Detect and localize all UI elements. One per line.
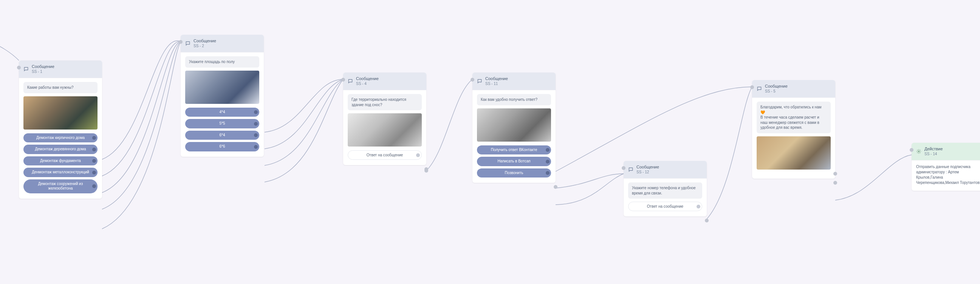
flow-node-ss1[interactable]: Сообщение SS - 1 Какие работы вам нужны?… xyxy=(19,60,102,199)
option-button[interactable]: Демонтаж сооружений из железобетона xyxy=(24,179,97,194)
node-title: Сообщение xyxy=(194,38,216,44)
node-sub: SS - 14 xyxy=(924,152,943,157)
port-in[interactable] xyxy=(750,85,754,89)
speech-bubble-icon xyxy=(24,67,29,72)
port-out[interactable] xyxy=(254,133,258,137)
option-button[interactable]: Денмонтаж металлоконструкций xyxy=(24,168,97,177)
attachment-image xyxy=(185,71,259,104)
node-header: Сообщение SS - 11 xyxy=(473,73,555,90)
attachment-image xyxy=(24,96,97,130)
node-sub: SS - 1 xyxy=(32,70,54,75)
prompt-text: Где территориально находится здание под … xyxy=(348,94,422,110)
node-title: Сообщение xyxy=(356,76,379,82)
port-out[interactable] xyxy=(546,171,549,175)
node-sub: SS - 12 xyxy=(636,170,659,175)
option-button[interactable]: 6*6 xyxy=(185,142,259,151)
gear-icon xyxy=(916,149,921,154)
attachment-image xyxy=(348,113,422,146)
speech-bubble-icon xyxy=(477,79,482,84)
option-label: Демонтаж фундамента xyxy=(40,159,81,163)
node-title: Сообщение xyxy=(636,165,659,170)
option-label: Демонтаж деревянного дома xyxy=(35,147,86,151)
option-label: Написать в Вотсап xyxy=(497,159,530,163)
option-label: 6*6 xyxy=(219,144,225,148)
option-button[interactable]: 4*4 xyxy=(185,108,259,117)
option-button[interactable]: Получить ответ ВКонтакте xyxy=(477,145,551,155)
speech-bubble-icon xyxy=(628,167,633,172)
port-out[interactable] xyxy=(254,122,258,126)
option-button[interactable]: Позвонить xyxy=(477,168,551,178)
port-out[interactable] xyxy=(546,160,549,163)
port-out[interactable] xyxy=(92,159,96,163)
node-sub: SS - 5 xyxy=(765,89,788,94)
node-title: Сообщение xyxy=(485,76,508,82)
flow-node-ss2[interactable]: Сообщение SS - 2 Укажите площадь по полу… xyxy=(181,35,264,157)
speech-bubble-icon xyxy=(348,79,353,84)
port-in[interactable] xyxy=(17,66,21,70)
port-out[interactable] xyxy=(416,153,420,157)
flow-node-ss12[interactable]: Сообщение SS - 12 Укажите номер телефона… xyxy=(624,161,707,216)
svg-point-0 xyxy=(918,151,920,152)
attachment-image xyxy=(757,136,831,170)
port-out[interactable] xyxy=(92,171,96,175)
port-in[interactable] xyxy=(471,78,474,82)
message-line2: В течение часа сделаем расчет и наш мене… xyxy=(760,115,819,130)
reply-label: Ответ на сообщение xyxy=(647,204,683,208)
port-out[interactable] xyxy=(254,110,258,114)
heart-icon: 🧡 xyxy=(760,110,765,114)
port-out[interactable] xyxy=(92,184,96,188)
message-line1: Благодарим, что обратились к нам xyxy=(760,105,822,109)
reply-button[interactable]: Ответ на сообщение xyxy=(348,150,422,160)
port-out-side[interactable] xyxy=(554,185,557,189)
node-title: Сообщение xyxy=(765,84,788,89)
node-header: Сообщение SS - 5 xyxy=(752,80,835,98)
speech-bubble-icon xyxy=(185,41,191,46)
node-title: Сообщение xyxy=(32,64,54,70)
prompt-text: Укажите площадь по полу xyxy=(185,56,259,68)
option-label: Демонтаж кирпичного дома xyxy=(36,136,85,140)
node-port-out[interactable] xyxy=(834,172,837,176)
node-sub: SS - 11 xyxy=(485,82,508,86)
option-label: Позвонить xyxy=(505,171,523,175)
reply-button[interactable]: Ответ на сообщение xyxy=(628,201,702,211)
port-out-side[interactable] xyxy=(834,181,837,185)
option-button[interactable]: 5*5 xyxy=(185,119,259,129)
option-label: Получить ответ ВКонтакте xyxy=(491,148,538,152)
flow-node-ss14[interactable]: Действие SS - 14 Отправить данные подпис… xyxy=(912,143,980,191)
port-in[interactable] xyxy=(910,148,913,152)
flow-node-ss11[interactable]: Сообщение SS - 11 Как вам удобно получит… xyxy=(473,73,555,183)
port-in[interactable] xyxy=(622,166,625,170)
node-header: Сообщение SS - 2 xyxy=(181,35,264,52)
node-sub: SS - 4 xyxy=(356,82,379,86)
node-header: Действие SS - 14 xyxy=(912,143,980,160)
option-button[interactable]: 6*4 xyxy=(185,131,259,140)
port-out[interactable] xyxy=(546,148,549,152)
node-header: Сообщение SS - 12 xyxy=(624,161,707,179)
option-button[interactable]: Демонтаж кирпичного дома xyxy=(24,133,97,143)
prompt-text: Какие работы вам нужны? xyxy=(24,82,97,93)
option-label: 5*5 xyxy=(219,121,225,125)
flow-node-ss4[interactable]: Сообщение SS - 4 Где территориально нахо… xyxy=(343,73,426,165)
node-header: Сообщение SS - 1 xyxy=(19,60,102,78)
option-button[interactable]: Демонтаж деревянного дома xyxy=(24,144,97,154)
option-label: 4*4 xyxy=(219,110,225,114)
option-button[interactable]: Демонтаж фундамента xyxy=(24,156,97,166)
node-header: Сообщение SS - 4 xyxy=(343,73,426,90)
port-out[interactable] xyxy=(92,148,96,151)
port-out[interactable] xyxy=(92,136,96,140)
port-in[interactable] xyxy=(179,40,183,44)
option-button[interactable]: Написать в Вотсап xyxy=(477,157,551,166)
node-title: Действие xyxy=(924,146,943,152)
node-sub: SS - 2 xyxy=(194,44,216,49)
action-description: Отправить данные подписчика администрато… xyxy=(916,164,980,186)
port-out[interactable] xyxy=(254,145,258,149)
port-in[interactable] xyxy=(341,78,345,82)
option-label: Денмонтаж металлоконструкций xyxy=(32,170,89,174)
port-out[interactable] xyxy=(697,205,700,208)
prompt-text: Укажите номер телефона и удобное время д… xyxy=(628,182,702,199)
port-out-side[interactable] xyxy=(705,219,709,222)
option-label: 6*4 xyxy=(219,133,225,137)
option-label: Демонтаж сооружений из железобетона xyxy=(38,182,83,191)
message-bubble: Благодарим, что обратились к нам 🧡 В теч… xyxy=(757,102,831,133)
flow-node-ss5[interactable]: Сообщение SS - 5 Благодарим, что обратил… xyxy=(752,80,835,179)
